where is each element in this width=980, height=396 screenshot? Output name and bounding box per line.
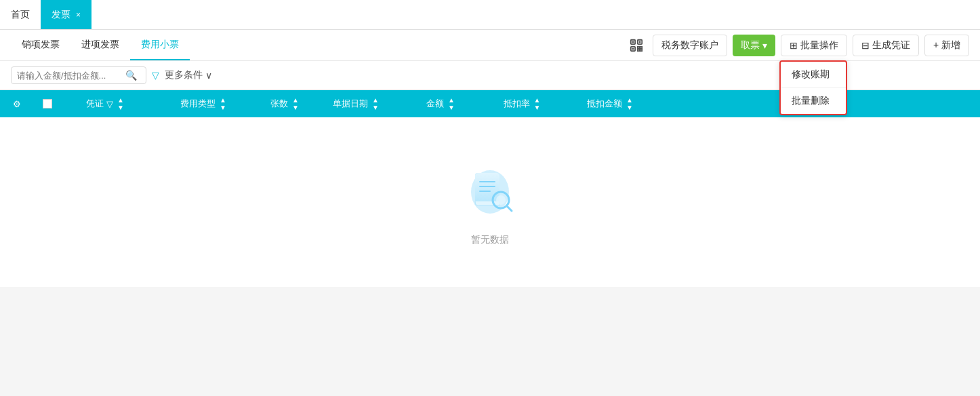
fetch-ticket-arrow: ▾ xyxy=(762,40,767,51)
generate-voucher-button[interactable]: ⊟ 生成凭证 xyxy=(853,35,919,56)
invoice-tab[interactable]: 发票 × xyxy=(41,0,91,29)
svg-rect-8 xyxy=(639,41,641,43)
date-sort: ▲▼ xyxy=(372,96,379,111)
batch-ops-label: 批量操作 xyxy=(800,39,838,52)
voucher-label: 凭证 xyxy=(86,98,104,110)
th-amount[interactable]: 金额 ▲▼ xyxy=(400,90,481,117)
th-checkbox[interactable] xyxy=(34,90,61,117)
modify-period-item[interactable]: 修改账期 xyxy=(781,62,846,87)
empty-icon xyxy=(456,158,524,226)
th-count[interactable]: 张数 ▲▼ xyxy=(258,90,312,117)
filter-icon: ▽ xyxy=(152,70,159,81)
svg-line-18 xyxy=(507,206,512,211)
invoice-tab-label: 发票 xyxy=(52,9,70,21)
fetch-ticket-label: 取票 xyxy=(741,39,760,52)
date-label: 单据日期 xyxy=(333,98,368,110)
generate-icon: ⊟ xyxy=(861,40,870,51)
expense-type-label: 费用类型 xyxy=(180,98,216,110)
deduct-amount-sort: ▲▼ xyxy=(626,96,633,111)
empty-state: 暂无数据 xyxy=(0,117,980,287)
add-new-label: + 新增 xyxy=(933,39,960,52)
batch-ops-button[interactable]: ⊞ 批量操作 xyxy=(781,35,847,56)
svg-rect-9 xyxy=(632,47,634,50)
th-expense-type[interactable]: 费用类型 ▲▼ xyxy=(149,90,258,117)
fetch-ticket-button[interactable]: 取票 ▾ xyxy=(733,35,775,56)
tab-sales-invoice[interactable]: 销项发票 xyxy=(11,30,70,60)
table-container: ⚙ 凭证 ▽ ▲▼ 费用类型 ▲▼ 张数 ▲▼ 单据日期 ▲▼ 金额 ▲▼ 抵扣… xyxy=(0,90,980,287)
sub-nav-left: 销项发票 进项发票 费用小票 xyxy=(11,30,190,60)
count-sort: ▲▼ xyxy=(292,96,299,111)
more-conditions[interactable]: ▽ 更多条件 ∨ xyxy=(152,69,212,81)
svg-rect-3 xyxy=(638,46,640,48)
tax-account-label: 税务数字账户 xyxy=(661,39,718,52)
svg-rect-4 xyxy=(640,46,642,48)
voucher-filter-icon: ▽ xyxy=(106,99,113,109)
tab-purchase-invoice[interactable]: 进项发票 xyxy=(70,30,130,60)
sub-nav: 销项发票 进项发票 费用小票 税务数字账户 取票 ▾ ⊞ 批量操作 修改账期 xyxy=(0,30,980,61)
sub-nav-right: 税务数字账户 取票 ▾ ⊞ 批量操作 修改账期 批量删除 ⊟ 生成凭证 + 新增 xyxy=(626,35,969,56)
add-new-button[interactable]: + 新增 xyxy=(924,35,969,56)
svg-rect-6 xyxy=(640,49,642,51)
deduct-amount-label: 抵扣金额 xyxy=(587,98,622,110)
batch-ops-icon: ⊞ xyxy=(790,40,798,51)
search-icon[interactable]: 🔍 xyxy=(125,70,137,81)
svg-rect-12 xyxy=(475,173,499,205)
th-voucher[interactable]: 凭证 ▽ ▲▼ xyxy=(61,90,149,117)
svg-rect-5 xyxy=(638,49,640,51)
close-icon[interactable]: × xyxy=(76,10,81,20)
qr-icon xyxy=(629,38,644,53)
th-deduct-rate[interactable]: 抵扣率 ▲▼ xyxy=(481,90,563,117)
batch-delete-item[interactable]: 批量删除 xyxy=(781,87,846,114)
batch-dropdown-menu: 修改账期 批量删除 xyxy=(779,60,847,115)
expense-type-sort: ▲▼ xyxy=(220,96,226,111)
more-conditions-label: 更多条件 xyxy=(165,69,203,81)
chevron-down-icon: ∨ xyxy=(205,70,212,81)
search-wrapper: 🔍 xyxy=(11,66,146,84)
count-label: 张数 xyxy=(270,98,288,110)
tab-expense-receipt[interactable]: 费用小票 xyxy=(130,30,190,60)
amount-sort: ▲▼ xyxy=(448,96,455,111)
voucher-sort: ▲▼ xyxy=(117,96,124,111)
home-tab[interactable]: 首页 xyxy=(0,0,41,29)
svg-rect-7 xyxy=(632,41,634,43)
top-nav: 首页 发票 × xyxy=(0,0,980,30)
generate-voucher-label: 生成凭证 xyxy=(872,39,910,52)
tax-account-button[interactable]: 税务数字账户 xyxy=(653,35,727,56)
search-input[interactable] xyxy=(17,71,125,81)
deduct-rate-label: 抵扣率 xyxy=(504,98,530,110)
amount-label: 金额 xyxy=(426,98,444,110)
empty-text: 暂无数据 xyxy=(471,234,509,246)
select-all-checkbox[interactable] xyxy=(43,99,52,108)
qr-button[interactable] xyxy=(626,35,647,56)
th-deduct-amount[interactable]: 抵扣金额 ▲▼ xyxy=(563,90,657,117)
svg-point-17 xyxy=(496,195,506,205)
deduct-rate-sort: ▲▼ xyxy=(534,96,541,111)
settings-icon: ⚙ xyxy=(13,99,21,109)
batch-ops-wrapper: ⊞ 批量操作 修改账期 批量删除 xyxy=(781,35,847,56)
th-settings[interactable]: ⚙ xyxy=(0,90,34,117)
th-date[interactable]: 单据日期 ▲▼ xyxy=(312,90,400,117)
